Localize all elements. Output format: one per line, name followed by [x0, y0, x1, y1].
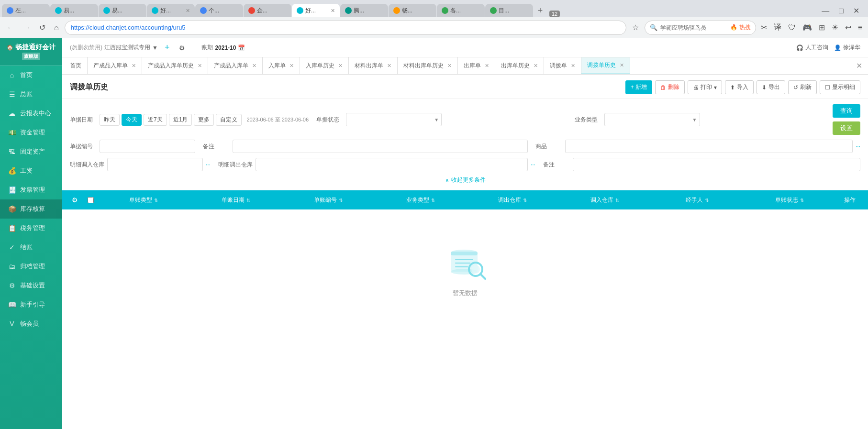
sidebar-item-reports[interactable]: ☁ 云报表中心: [0, 104, 62, 123]
page-tab-outbound-history[interactable]: 出库单历史 ✕: [495, 57, 544, 75]
detail-out-input[interactable]: [256, 158, 528, 171]
tab-close-7[interactable]: ✕: [331, 8, 335, 14]
sidebar-item-inventory[interactable]: 📦 库存核算: [0, 199, 62, 219]
browser-tab-6[interactable]: 企...: [244, 4, 291, 17]
tab-close-4[interactable]: ✕: [186, 8, 190, 14]
more-btn[interactable]: 更多: [194, 114, 214, 126]
tab-close-transfer-history[interactable]: ✕: [620, 62, 624, 68]
company-settings-button[interactable]: ⚙: [176, 42, 188, 54]
browser-tab-10[interactable]: 各...: [437, 4, 485, 17]
page-tab-transfer-history[interactable]: 调拨单历史 ✕: [581, 57, 630, 75]
browser-tab-8[interactable]: 腾...: [340, 4, 388, 17]
grid-icon[interactable]: ⊞: [817, 21, 827, 34]
close-window-button[interactable]: ✕: [850, 4, 862, 17]
search-input[interactable]: [660, 24, 727, 31]
home-button[interactable]: ⌂: [51, 22, 62, 34]
scissors-icon[interactable]: ✂: [759, 21, 769, 34]
page-tab-inbound[interactable]: 入库单 ✕: [263, 57, 300, 75]
browser-tab-7[interactable]: 好... ✕: [292, 4, 340, 17]
setting-button[interactable]: 设置: [833, 121, 860, 135]
browser-tab-9[interactable]: 畅...: [389, 4, 436, 17]
export-button[interactable]: ⬇ 导出: [757, 80, 785, 94]
browser-tab-4[interactable]: 好... ✕: [147, 4, 195, 17]
user-info[interactable]: 👤 徐泽华: [834, 44, 860, 52]
query-button[interactable]: 查询: [833, 104, 860, 118]
col-header-type[interactable]: 单账类型 ⇅: [98, 196, 190, 204]
sidebar-item-closing[interactable]: ✓ 结账: [0, 238, 62, 257]
page-tab-product-inbound2[interactable]: 产成品入库单 ✕: [208, 57, 263, 75]
new-button[interactable]: + 新增: [625, 80, 652, 94]
page-tab-material-outbound[interactable]: 材料出库单 ✕: [349, 57, 398, 75]
sidebar-item-home[interactable]: ⌂ 首页: [0, 66, 62, 85]
docnum-input[interactable]: [100, 140, 195, 153]
goods-input[interactable]: [565, 140, 853, 153]
sidebar-item-archive[interactable]: 🗂 归档管理: [0, 257, 62, 276]
bookmark-button[interactable]: ☆: [629, 21, 642, 34]
page-tab-outbound[interactable]: 出库单 ✕: [458, 57, 495, 75]
col-header-number[interactable]: 单账编号 ⇅: [282, 196, 375, 204]
minimize-button[interactable]: —: [819, 5, 832, 17]
goods-ellipsis[interactable]: ···: [856, 143, 860, 150]
browser-tab-2[interactable]: 易...: [50, 4, 98, 17]
page-tab-home[interactable]: 首页: [64, 57, 88, 75]
browser-tab-3[interactable]: 易...: [99, 4, 146, 17]
tab-close-outbound-history[interactable]: ✕: [534, 63, 538, 69]
address-bar[interactable]: [65, 21, 627, 35]
menu-icon[interactable]: ≡: [856, 22, 864, 34]
tab-close-product-inbound2[interactable]: ✕: [252, 63, 256, 69]
col-header-status[interactable]: 单账状态 ⇅: [743, 196, 835, 204]
page-tab-inbound-history[interactable]: 入库单历史 ✕: [300, 57, 349, 75]
col-header-date[interactable]: 单账日期 ⇅: [190, 196, 282, 204]
sidebar-item-invoice[interactable]: 🧾 发票管理: [0, 180, 62, 199]
page-tab-product-inbound-history[interactable]: 产成品入库单历史 ✕: [142, 57, 208, 75]
sidebar-item-guide[interactable]: 📖 新手引导: [0, 295, 62, 314]
table-select-all[interactable]: [83, 197, 98, 203]
sidebar-item-ledger[interactable]: ☰ 总账: [0, 85, 62, 104]
tab-close-inbound-history[interactable]: ✕: [338, 63, 343, 69]
table-settings-button[interactable]: ⚙: [66, 196, 83, 204]
import-button[interactable]: ⬆ 导入: [725, 80, 754, 94]
sidebar-item-payroll[interactable]: 💰 工资: [0, 161, 62, 180]
game-icon[interactable]: 🎮: [801, 21, 814, 34]
tab-close-product-inbound-history[interactable]: ✕: [198, 63, 202, 69]
browser-tab-11[interactable]: 目...: [485, 4, 533, 17]
col-header-out-warehouse[interactable]: 调出仓库 ⇅: [467, 196, 559, 204]
page-tab-product-inbound[interactable]: 产成品入库单 ✕: [88, 57, 142, 75]
translate-icon[interactable]: 译: [772, 21, 783, 34]
service-button[interactable]: 🎧 人工咨询: [796, 44, 828, 52]
display-button[interactable]: ☐ 显示明细: [820, 80, 860, 94]
browser-tab-5[interactable]: 个...: [195, 4, 243, 17]
refresh-button[interactable]: ↺ 刷新: [788, 80, 817, 94]
page-tab-transfer[interactable]: 调拨单 ✕: [544, 57, 581, 75]
month-btn[interactable]: 近1月: [169, 114, 192, 126]
close-all-tabs-button[interactable]: ✕: [852, 61, 866, 70]
custom-btn[interactable]: 自定义: [216, 114, 242, 126]
select-all-checkbox[interactable]: [88, 197, 94, 203]
print-button[interactable]: 🖨 打印 ▾: [688, 80, 722, 94]
sidebar-item-funds[interactable]: 💵 资金管理: [0, 123, 62, 142]
detail-in-input[interactable]: [107, 158, 203, 171]
biz-type-select[interactable]: [604, 113, 700, 126]
today-btn[interactable]: 今天: [122, 114, 142, 126]
collapse-button[interactable]: ∧ 收起更多条件: [445, 176, 486, 184]
sidebar-item-tax[interactable]: 📋 税务管理: [0, 219, 62, 238]
browser-tab-1[interactable]: 在...: [2, 4, 50, 17]
page-tab-material-outbound-history[interactable]: 材料出库单历史 ✕: [398, 57, 458, 75]
tab-close-material-outbound[interactable]: ✕: [387, 63, 391, 69]
col-header-biz-type[interactable]: 业务类型 ⇅: [374, 196, 467, 204]
maximize-button[interactable]: □: [836, 5, 846, 17]
forward-button[interactable]: →: [20, 22, 33, 34]
col-header-in-warehouse[interactable]: 调入仓库 ⇅: [559, 196, 651, 204]
shield-icon[interactable]: 🛡: [786, 22, 798, 34]
tab-close-inbound[interactable]: ✕: [289, 63, 294, 69]
remark2-input[interactable]: [573, 158, 860, 171]
back-button[interactable]: ←: [4, 22, 17, 34]
delete-button[interactable]: 🗑 删除: [655, 80, 685, 94]
reload-button[interactable]: ↺: [36, 21, 48, 34]
tab-close-outbound[interactable]: ✕: [485, 63, 489, 69]
new-tab-button[interactable]: +: [534, 4, 547, 17]
sidebar-item-member[interactable]: V 畅会员: [0, 314, 62, 333]
col-header-handler[interactable]: 经手人 ⇅: [651, 196, 744, 204]
detail-in-ellipsis[interactable]: ···: [206, 161, 211, 168]
status-select[interactable]: [346, 113, 442, 126]
